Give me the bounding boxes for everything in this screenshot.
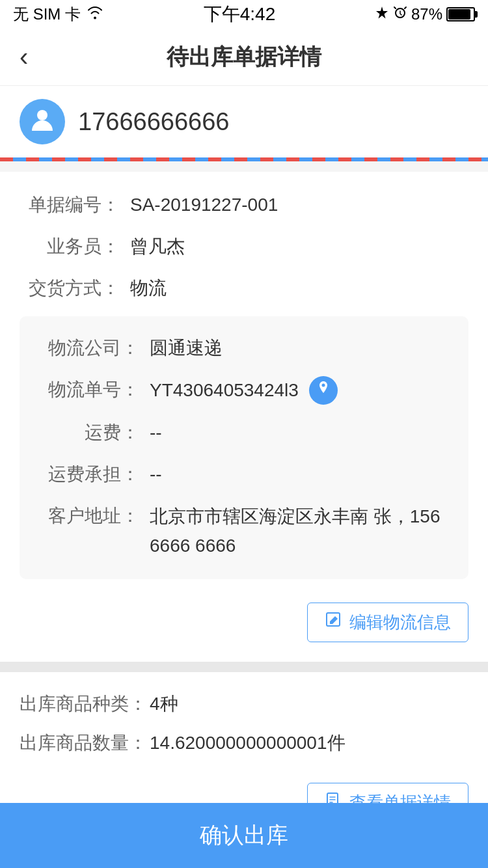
goods-types-row: 出库商品种类： 4种	[20, 692, 468, 716]
order-no-label: 单据编号：	[20, 191, 130, 219]
logistics-address-row: 客户地址： 北京市市辖区海淀区永丰南 张，156 6666 6666	[39, 502, 449, 561]
battery-icon	[446, 7, 475, 21]
edit-logistics-label: 编辑物流信息	[349, 611, 451, 634]
status-time: 下午4:42	[204, 2, 276, 27]
goods-quantity-row: 出库商品数量： 14.620000000000001件	[20, 731, 468, 755]
map-pin-icon	[316, 379, 331, 402]
alarm-icon	[393, 5, 407, 23]
goods-types-value: 4种	[150, 692, 178, 716]
logistics-freight-label: 运费：	[39, 419, 150, 446]
edit-icon	[325, 611, 343, 634]
status-carrier: 无 SIM 卡	[13, 4, 104, 25]
edit-logistics-button[interactable]: 编辑物流信息	[307, 603, 468, 642]
location-status-icon	[375, 5, 389, 23]
logistics-company-row: 物流公司： 圆通速递	[39, 334, 449, 362]
logistics-freight-bearer-label: 运费承担：	[39, 461, 150, 488]
delivery-value: 物流	[130, 275, 468, 302]
logistics-address-label: 客户地址：	[39, 502, 150, 530]
confirm-btn-label: 确认出库	[200, 821, 288, 850]
avatar	[20, 99, 65, 144]
logistics-card: 物流公司： 圆通速递 物流单号： YT43064053424l3	[20, 316, 468, 579]
order-info-section: 单据编号： SA-20191227-001 业务员： 曾凡杰 交货方式： 物流 …	[0, 172, 488, 662]
logistics-company-value: 圆通速递	[150, 334, 449, 362]
tracking-number-text: YT43064053424l3	[150, 377, 299, 404]
confirm-outbound-button[interactable]: 确认出库	[0, 803, 488, 868]
logistics-freight-row: 运费： --	[39, 419, 449, 446]
logistics-freight-value: --	[150, 419, 449, 446]
delivery-label: 交货方式：	[20, 275, 130, 302]
carrier-text: 无 SIM 卡	[13, 4, 81, 25]
svg-point-2	[321, 384, 325, 387]
logistics-freight-bearer-value: --	[150, 461, 449, 488]
status-right-icons: 87%	[375, 5, 475, 23]
main-content: 17666666666 单据编号： SA-20191227-001 业务员： 曾…	[0, 86, 488, 868]
section-separator	[0, 662, 488, 672]
order-no-value: SA-20191227-001	[130, 191, 468, 219]
person-icon	[29, 106, 55, 138]
status-bar: 无 SIM 卡 下午4:42 87%	[0, 0, 488, 29]
logistics-company-label: 物流公司：	[39, 334, 150, 362]
page-title: 待出库单据详情	[167, 42, 321, 72]
salesman-row: 业务员： 曾凡杰	[20, 233, 468, 260]
edit-logistics-btn-row: 编辑物流信息	[20, 590, 468, 642]
delivery-row: 交货方式： 物流	[20, 275, 468, 302]
dashed-divider	[0, 157, 488, 161]
goods-quantity-label: 出库商品数量：	[20, 731, 150, 755]
logistics-tracking-label: 物流单号：	[39, 376, 150, 403]
logistics-freight-bearer-row: 运费承担： --	[39, 461, 449, 488]
logistics-tracking-value: YT43064053424l3	[150, 376, 449, 405]
goods-quantity-value: 14.620000000000001件	[150, 731, 346, 755]
svg-point-1	[37, 110, 47, 120]
wifi-icon	[86, 5, 104, 23]
salesman-label: 业务员：	[20, 233, 130, 260]
salesman-value: 曾凡杰	[130, 233, 468, 260]
order-no-row: 单据编号： SA-20191227-001	[20, 191, 468, 219]
customer-section: 17666666666	[0, 86, 488, 157]
customer-phone: 17666666666	[78, 108, 229, 136]
tracking-location-button[interactable]	[309, 376, 338, 405]
back-button[interactable]: ‹	[20, 42, 28, 72]
battery-percentage: 87%	[411, 5, 442, 23]
logistics-address-value: 北京市市辖区海淀区永丰南 张，156 6666 6666	[150, 502, 449, 561]
logistics-tracking-row: 物流单号： YT43064053424l3	[39, 376, 449, 405]
nav-bar: ‹ 待出库单据详情	[0, 29, 488, 86]
goods-types-label: 出库商品种类：	[20, 692, 150, 716]
